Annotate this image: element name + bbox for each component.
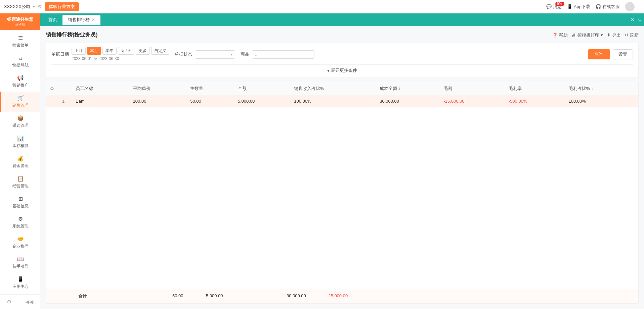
collapse-icon[interactable]: ◀◀	[24, 297, 35, 306]
sidebar-item-label: 基础信息	[12, 203, 29, 209]
goods-filter-label: 商品	[241, 51, 249, 57]
status-select[interactable]	[195, 50, 235, 59]
row-gross: -25,000.00	[439, 95, 504, 107]
trial-button[interactable]: 体验行业方案	[45, 2, 79, 11]
sidebar-item-finance[interactable]: 💰 资金管理	[0, 152, 40, 172]
footer-gross: -25,000.00	[323, 292, 363, 301]
row-amount: 5,000.00	[234, 95, 290, 107]
table-container: ⚙ 员工名称 平均单价 主数量 全额 销售收入占比% 成本全额 ℹ	[46, 82, 639, 304]
col-settings[interactable]: ⚙	[46, 82, 58, 95]
filter-area: 单据日期 上月 本月 本年 近7天 更多 自定义 2023-06-01 至 20…	[46, 43, 639, 78]
row-settings	[46, 95, 58, 107]
sidebar-item-basic[interactable]: ⊞ 基础信息	[0, 192, 40, 212]
export-button[interactable]: ⬇ 导出	[607, 32, 621, 38]
query-button[interactable]: 查询	[588, 49, 610, 59]
sidebar-item-label: 企业协同	[12, 244, 29, 249]
restore-window-icon[interactable]: ⤡	[637, 17, 641, 22]
sidebar-item-inventory[interactable]: 📊 库存核算	[0, 132, 40, 152]
col-amount: 全额	[234, 82, 290, 95]
content-area: 销售排行榜(按业务员) ❓ 帮助 🖨 按模板打印 ▾ ⬇ 导出	[40, 26, 644, 309]
table-header-row: ⚙ 员工名称 平均单价 主数量 全额 销售收入占比% 成本全额 ℹ	[46, 82, 638, 95]
status-filter: 单据状态	[175, 50, 235, 59]
tab-sales-ranking[interactable]: 销售排行榜 ✕	[62, 15, 100, 25]
online-service-btn[interactable]: 🎧 在线客服	[596, 4, 620, 10]
date-tabs: 上月 本月 本年 近7天 更多 自定义	[72, 47, 169, 55]
tab-close-icon[interactable]: ✕	[92, 17, 95, 22]
footer-empty-2	[61, 292, 74, 301]
row-sales-pct: 100.00%	[290, 95, 376, 107]
status-select-wrapper	[195, 50, 235, 59]
row-num: 1	[58, 95, 72, 107]
system-icon: ⚙	[18, 216, 23, 222]
marketing-icon: 📢	[17, 75, 24, 81]
print-button[interactable]: 🖨 按模板打印 ▾	[572, 32, 603, 38]
purchase-icon: 📦	[17, 115, 24, 121]
tab-home-label: 首页	[48, 17, 57, 23]
refresh-label: 刷新	[630, 32, 639, 38]
sidebar-item-system[interactable]: ⚙ 系统管理	[0, 212, 40, 233]
page-title: 销售排行榜(按业务员)	[46, 32, 98, 39]
sidebar-item-collab[interactable]: 🤝 企业协同	[0, 233, 40, 253]
footer-qty: 50.00	[168, 292, 202, 301]
sidebar-item-label: 资金管理	[12, 163, 29, 169]
row-qty: 50.00	[186, 95, 233, 107]
goods-input[interactable]	[252, 50, 314, 59]
col-qty: 主数量	[186, 82, 233, 95]
sidebar-item-guide[interactable]: 📖 新手引导	[0, 253, 40, 273]
sidebar-item-label: 经营管理	[12, 183, 29, 189]
row-employee: Eam	[72, 95, 129, 107]
sidebar-item-sales[interactable]: 🛒 销售管理	[0, 92, 40, 112]
message-area[interactable]: 💬 消息 99+	[546, 4, 562, 10]
col-cost: 成本全额 ℹ	[376, 82, 439, 95]
date-tab-custom[interactable]: 自定义	[151, 47, 169, 55]
expand-filters-btn[interactable]: ▾ 展开更多条件	[51, 64, 633, 73]
help-button[interactable]: ❓ 帮助	[552, 32, 568, 38]
top-bar-left: XXXXXX公司 ▾ ⚙ 体验行业方案	[4, 2, 546, 11]
table-row: 1 Eam 100.00 50.00 5,000.00 100.00% 30,0…	[46, 95, 638, 107]
sidebar-item-operation[interactable]: 📋 经营管理	[0, 172, 40, 192]
date-tab-last-month[interactable]: 上月	[72, 47, 86, 55]
sidebar-item-label: 采购管理	[12, 123, 29, 128]
sidebar-item-label: 库存核算	[12, 143, 29, 149]
sidebar-item-apps[interactable]: 📱 应用中心	[0, 273, 40, 293]
settings-icon[interactable]: ⚙	[38, 4, 42, 9]
print-icon: 🖨	[572, 33, 576, 38]
date-filter: 单据日期 上月 本月 本年 近7天 更多 自定义 2023-06-01 至 20…	[51, 47, 169, 62]
company-dropdown-icon[interactable]: ▾	[33, 4, 35, 9]
print-label: 按模板打印	[577, 32, 599, 38]
guide-icon: 📖	[17, 256, 24, 262]
app-download-btn[interactable]: 📱 App下载	[567, 4, 590, 10]
settings-bottom-icon[interactable]: ⚙	[5, 297, 13, 306]
logo-subtitle: 标准版	[15, 22, 25, 27]
date-tab-more[interactable]: 更多	[136, 47, 150, 55]
gross-pct-sort-icon: ↕	[591, 86, 594, 91]
close-window-icon[interactable]: ✕	[631, 17, 635, 22]
col-employee: 员工名称	[72, 82, 129, 95]
footer-empty-1	[50, 292, 61, 301]
refresh-button[interactable]: ↺ 刷新	[625, 32, 639, 38]
search-menu-icon: ☰	[18, 35, 23, 41]
footer-cells: 合计 50.00 5,000.00 30,000.00 -25,000.00	[50, 292, 634, 301]
sidebar-item-label: 销售管理	[12, 103, 29, 108]
col-gross: 毛利	[439, 82, 504, 95]
sidebar-item-search[interactable]: ☰ 搜索菜单	[0, 32, 40, 52]
col-gross-pct: 毛利占比% ↕	[565, 82, 638, 95]
sidebar-item-label: 系统管理	[12, 223, 29, 229]
date-tab-this-year[interactable]: 本年	[102, 47, 117, 55]
message-badge: 99+	[555, 2, 564, 6]
message-icon: 💬	[546, 4, 552, 9]
date-range: 2023-06-01 至 2023-06-30	[72, 56, 169, 62]
sidebar-item-marketing[interactable]: 📢 营销推广	[0, 71, 40, 92]
setting-button[interactable]: 设置	[613, 49, 633, 59]
tab-home[interactable]: 首页	[43, 15, 62, 25]
basic-icon: ⊞	[18, 196, 23, 202]
sidebar-item-purchase[interactable]: 📦 采购管理	[0, 112, 40, 132]
sidebar-item-nav[interactable]: ⌂ 快捷导航	[0, 52, 40, 71]
avatar[interactable]	[625, 2, 635, 11]
date-tab-this-month[interactable]: 本月	[87, 47, 101, 55]
date-tab-7days[interactable]: 近7天	[118, 47, 134, 55]
status-filter-label: 单据状态	[175, 51, 192, 57]
expand-filters-label: 展开更多条件	[331, 67, 357, 73]
col-gross-rate: 毛利率	[505, 82, 565, 95]
home-icon: ⌂	[19, 55, 22, 61]
